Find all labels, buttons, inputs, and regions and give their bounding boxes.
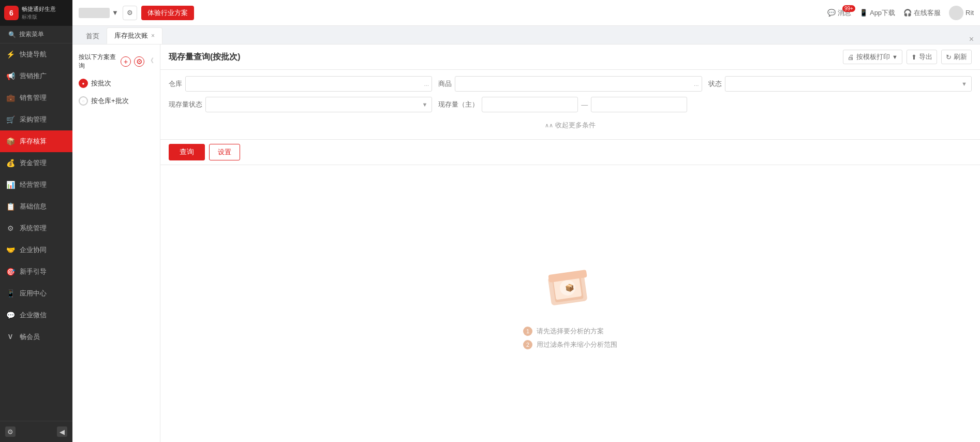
sidebar-item-wechat[interactable]: 💬 企业微信 xyxy=(0,304,72,326)
sidebar-item-member[interactable]: V 畅会员 xyxy=(0,326,72,348)
export-btn[interactable]: ⬆ 导出 xyxy=(907,50,937,64)
sidebar-item-marketing[interactable]: 📢 营销推广 xyxy=(0,65,72,87)
sidebar-item-label: 企业微信 xyxy=(20,311,47,320)
sidebar-item-apps[interactable]: 📱 应用中心 xyxy=(0,283,72,304)
apps-icon: 📱 xyxy=(5,288,16,299)
inventory-status-select[interactable]: ▼ xyxy=(205,97,432,112)
trial-btn[interactable]: 体验行业方案 xyxy=(141,6,194,20)
message-icon: 💬 xyxy=(827,9,836,17)
sidebar-collapse-btn[interactable]: ◀ xyxy=(57,426,67,437)
panel-collapse-btn[interactable]: 《 xyxy=(147,56,154,67)
inventory-qty-min-input[interactable] xyxy=(482,97,578,112)
refresh-btn[interactable]: ↻ 刷新 xyxy=(941,50,972,64)
sidebar-item-label: 采购管理 xyxy=(20,115,47,124)
empty-illustration: 📦 xyxy=(539,254,601,316)
tab-inventory-batch[interactable]: 库存批次账 × xyxy=(107,27,162,44)
user-menu[interactable]: Rit xyxy=(949,6,974,20)
sidebar-item-management[interactable]: 📊 经营管理 xyxy=(0,174,72,196)
collapse-more-btn[interactable]: ∧∧ 收起更多条件 xyxy=(169,117,972,133)
sales-icon: 💼 xyxy=(5,93,16,103)
marketing-icon: 📢 xyxy=(5,71,16,81)
topbar-gear-btn[interactable]: ⚙ xyxy=(123,6,137,20)
export-icon: ⬆ xyxy=(911,53,917,61)
tab-close-icon[interactable]: × xyxy=(151,33,155,39)
panel-header: 按以下方案查询 + ⚙ 《 xyxy=(72,49,160,75)
system-icon: ⚙ xyxy=(5,223,16,233)
sidebar-nav: ⚡ 快捷导航 📢 营销推广 💼 销售管理 🛒 采购管理 📦 库存核算 💰 xyxy=(0,43,72,421)
sidebar-item-finance[interactable]: 💰 资金管理 xyxy=(0,152,72,174)
app-download-btn[interactable]: 📱 App下载 xyxy=(859,8,895,18)
inventory-icon: 📦 xyxy=(5,136,16,146)
message-badge: 99+ xyxy=(842,5,855,12)
scheme-by-batch[interactable]: ● 按批次 xyxy=(72,75,160,92)
print-icon: 🖨 xyxy=(848,53,854,61)
purchase-icon: 🛒 xyxy=(5,114,16,125)
tip-text-2: 用过滤条件来缩小分析范围 xyxy=(537,340,617,349)
tab-home[interactable]: 首页 xyxy=(79,28,107,44)
sidebar-item-inventory[interactable]: 📦 库存核算 xyxy=(0,130,72,152)
sidebar-item-label: 新手引导 xyxy=(20,267,47,276)
gear-icon: ⚙ xyxy=(127,9,133,17)
app-logo: 6 xyxy=(4,6,19,20)
search-icon: 🔍 xyxy=(8,31,16,38)
left-panel: 按以下方案查询 + ⚙ 《 ● 按批次 xyxy=(72,45,160,442)
chevron-down-icon: ▼ xyxy=(961,81,967,87)
print-dropdown-arrow: ▼ xyxy=(892,54,898,60)
add-icon: + xyxy=(124,57,128,66)
app-edition: 标准版 xyxy=(22,13,56,21)
sidebar-item-sales[interactable]: 💼 销售管理 xyxy=(0,87,72,109)
settings-btn[interactable]: 设置 xyxy=(209,144,240,160)
message-btn[interactable]: 💬 消息 99+ xyxy=(827,8,851,18)
close-panel-icon[interactable]: × xyxy=(969,35,974,44)
refresh-icon: ↻ xyxy=(946,53,952,61)
sidebar-item-purchase[interactable]: 🛒 采购管理 xyxy=(0,109,72,130)
sidebar-item-label: 基础信息 xyxy=(20,202,47,211)
phone-icon: 📱 xyxy=(859,9,868,17)
panel-header-label: 按以下方案查询 xyxy=(79,53,121,70)
sidebar-item-system[interactable]: ⚙ 系统管理 xyxy=(0,217,72,239)
settings-icon: ⚙ xyxy=(136,57,143,66)
status-select[interactable]: ▼ xyxy=(725,76,972,92)
collapse-label: 收起更多条件 xyxy=(555,121,596,130)
panel-settings-btn[interactable]: ⚙ xyxy=(134,56,144,67)
sidebar-item-label: 系统管理 xyxy=(20,224,47,233)
product-input-wrapper: … xyxy=(455,76,702,92)
sidebar-item-basic[interactable]: 📋 基础信息 xyxy=(0,196,72,217)
sidebar-item-guide[interactable]: 🎯 新手引导 xyxy=(0,261,72,283)
online-service-btn[interactable]: 🎧 在线客服 xyxy=(903,8,941,18)
sidebar-item-quick-nav[interactable]: ⚡ 快捷导航 xyxy=(0,43,72,65)
qty-dash: — xyxy=(578,101,591,109)
product-input[interactable] xyxy=(455,76,702,92)
product-label: 商品 xyxy=(438,79,452,89)
sidebar-header: 6 畅捷通好生意 标准版 xyxy=(0,0,72,26)
tip-number-2: 2 xyxy=(523,340,532,349)
warehouse-input[interactable] xyxy=(185,76,432,92)
right-main: 现存量查询(按批次) 🖨 按模板打印 ▼ ⬆ 导出 ↻ xyxy=(160,45,980,442)
scheme-label: 按批次 xyxy=(91,79,111,88)
inventory-qty-field: 现存量（主） — xyxy=(438,97,702,112)
inventory-qty-max-input[interactable] xyxy=(591,97,687,112)
product-dots-btn[interactable]: … xyxy=(694,81,699,87)
query-btn[interactable]: 查询 xyxy=(169,144,205,160)
sidebar-item-label: 应用中心 xyxy=(20,289,47,298)
panel-add-btn[interactable]: + xyxy=(121,56,131,67)
warehouse-dots-btn[interactable]: … xyxy=(424,81,429,87)
filter-row-2: 现存量状态 ▼ 现存量（主） — xyxy=(169,97,972,112)
search-menu-label: 搜索菜单 xyxy=(19,30,44,39)
app-title: 畅捷通好生意 xyxy=(22,5,56,12)
sidebar-footer: ⚙ ◀ xyxy=(0,421,72,442)
search-menu[interactable]: 🔍 搜索菜单 xyxy=(0,26,72,43)
print-btn[interactable]: 🖨 按模板打印 ▼ xyxy=(843,50,902,64)
sidebar-settings-btn[interactable]: ⚙ xyxy=(5,426,16,437)
member-icon: V xyxy=(5,332,16,342)
tabs-bar: 首页 库存批次账 × × xyxy=(72,26,980,45)
topbar-workspace-dropdown[interactable]: ▼ xyxy=(79,8,118,18)
warehouse-field: 仓库 … xyxy=(169,76,432,92)
sidebar-item-enterprise[interactable]: 🤝 企业协同 xyxy=(0,239,72,261)
tip-item-2: 2 用过滤条件来缩小分析范围 xyxy=(523,340,617,349)
inventory-status-label: 现存量状态 xyxy=(169,100,202,109)
guide-icon: 🎯 xyxy=(5,267,16,277)
user-avatar xyxy=(949,6,963,20)
scheme-by-warehouse-batch[interactable]: ○ 按仓库+批次 xyxy=(72,92,160,110)
filter-area: 仓库 … 商品 … xyxy=(160,70,980,140)
